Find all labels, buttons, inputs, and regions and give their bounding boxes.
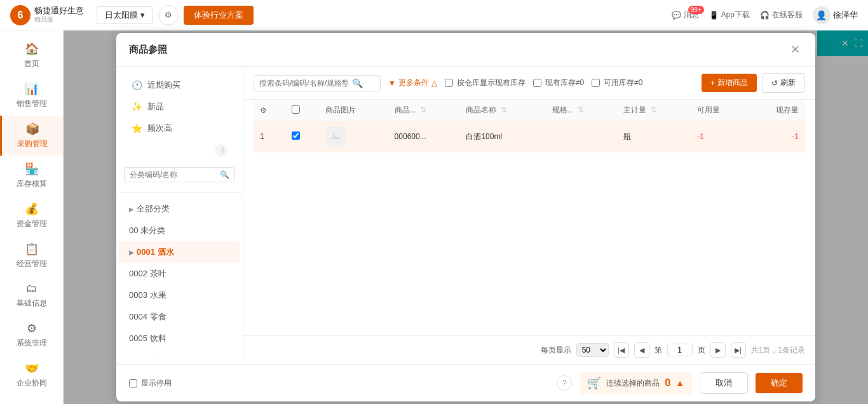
product-toolbar: 🔍 ▼ 更多条件 △ 按仓库显示现有库存: [243, 67, 815, 100]
non-zero-stock-label[interactable]: 现有库存≠0: [545, 77, 584, 88]
filter-icon: ▼: [388, 79, 396, 88]
branch-dropdown[interactable]: 日太阳膜 ▾: [97, 6, 153, 24]
app-download-button[interactable]: 📱 App下载: [709, 10, 750, 20]
sidebar-item-operations[interactable]: 📋 经营管理: [0, 236, 63, 276]
category-item-drink[interactable]: 0005 饮料: [119, 328, 240, 349]
new-product-button[interactable]: + 新增商品: [702, 74, 757, 92]
cell-checkbox[interactable]: [285, 121, 319, 152]
sidebar-item-basic-info[interactable]: 🗂 基础信息: [0, 276, 63, 315]
last-page-button[interactable]: ▶|: [731, 342, 746, 358]
category-item-water[interactable]: 0008 水: [119, 349, 240, 356]
col-settings[interactable]: ⚙: [254, 100, 285, 121]
sidebar-item-purchase[interactable]: 📦 采购管理: [0, 116, 63, 156]
cancel-button[interactable]: 取消: [700, 372, 748, 394]
col-checkbox: [285, 100, 319, 121]
trial-button[interactable]: 体验行业方案: [184, 6, 254, 25]
table-row[interactable]: 1 000600... 白酒100ml: [254, 121, 805, 152]
category-item-liquor[interactable]: ▶ 0001 酒水: [119, 241, 240, 263]
logo: 6 畅捷通好生意 精品版: [10, 5, 84, 25]
home-icon: 🏠: [25, 42, 39, 56]
modal-footer: 显示停用 ? 🛒 连续选择的商品 0 ▲ 取消 确定: [116, 364, 815, 401]
cell-name: 白酒100ml: [459, 121, 545, 152]
avatar: 👤: [813, 6, 831, 24]
cell-index: 1: [254, 121, 285, 152]
category-search-icon[interactable]: 🔍: [220, 170, 229, 179]
cart-collapse-icon[interactable]: ▲: [675, 378, 684, 388]
category-item-tea[interactable]: 0002 茶叶: [119, 263, 240, 285]
prev-page-button[interactable]: ◀: [634, 342, 649, 358]
sidebar-item-sales[interactable]: 📊 销售管理: [0, 76, 63, 116]
confirm-button[interactable]: 确定: [756, 373, 803, 393]
category-list: ▶ 全部分类 00 未分类 ▶ 0001 酒水 0002 茶: [116, 198, 243, 356]
help-button[interactable]: ?: [557, 375, 572, 391]
select-all-checkbox[interactable]: [292, 105, 300, 114]
page-input[interactable]: [667, 344, 693, 356]
user-menu[interactable]: 👤 徐泽华: [813, 6, 858, 24]
show-disabled-checkbox-group[interactable]: 显示停用: [129, 378, 172, 389]
messages-badge: 99+: [688, 6, 704, 14]
col-image: 商品图片: [319, 100, 388, 121]
category-item-all[interactable]: ▶ 全部分类: [119, 198, 240, 220]
system-icon: ⚙: [27, 321, 37, 335]
sidebar-item-enterprise[interactable]: 🤝 企业协同: [0, 355, 63, 395]
stock-filter-group: 按仓库显示现有库存: [445, 77, 526, 88]
svg-rect-0: [329, 130, 342, 143]
product-search-icon[interactable]: 🔍: [352, 78, 363, 88]
category-search-box: 🔍: [124, 167, 235, 182]
row-checkbox[interactable]: [292, 131, 300, 140]
sidebar-item-home[interactable]: 🏠 首页: [0, 36, 63, 76]
quick-link-frequent[interactable]: ⭐ 频次高: [124, 118, 235, 139]
page-size-select[interactable]: 50 20 100: [576, 343, 609, 357]
show-existing-stock-checkbox[interactable]: [445, 79, 453, 87]
non-zero-available-checkbox[interactable]: [592, 79, 600, 87]
modal-header: 商品参照 ✕: [116, 33, 815, 67]
modal-title: 商品参照: [129, 44, 167, 56]
show-existing-stock-label[interactable]: 按仓库显示现有库存: [457, 77, 526, 88]
quick-link-new[interactable]: ✨ 新品: [124, 96, 235, 118]
first-page-button[interactable]: |◀: [614, 342, 629, 358]
operations-icon: 📋: [25, 242, 39, 256]
sort-icon-code: ⇅: [420, 105, 426, 114]
col-stock: 现存量: [748, 100, 805, 121]
pagination: 每页显示 50 20 100 |◀ ◀ 第 页 ▶: [243, 335, 815, 364]
messages-button[interactable]: 💬 消息 99+: [672, 10, 699, 20]
divider: [116, 192, 243, 193]
category-item-snack[interactable]: 0004 零食: [119, 306, 240, 328]
page-label: 第: [654, 345, 662, 356]
settings-icon[interactable]: ⚙: [158, 5, 179, 25]
category-item-unclassified[interactable]: 00 未分类: [119, 220, 240, 241]
sidebar-item-finance[interactable]: 💰 资金管理: [0, 196, 63, 236]
non-zero-stock-checkbox[interactable]: [533, 79, 541, 87]
col-available: 可用量: [691, 100, 748, 121]
col-unit[interactable]: 主计量 ⇅: [617, 100, 691, 121]
refresh-button[interactable]: ↺ 刷新: [762, 73, 805, 93]
product-reference-modal: 商品参照 ✕ 🕐 近期购买 ✨ 新: [116, 33, 815, 401]
next-page-button[interactable]: ▶: [710, 342, 726, 358]
online-service-button[interactable]: 🎧 在线客服: [760, 10, 803, 20]
product-table-area: ⚙ 商品图片 商品... ⇅ 商品名称 ⇅ 规格... ⇅ 主计量 ⇅ 可用量: [243, 100, 815, 335]
sort-icon-unit: ⇅: [651, 105, 657, 114]
product-search-input[interactable]: [259, 79, 348, 88]
sidebar-item-guide[interactable]: 📖 新手引导: [0, 395, 63, 404]
col-code[interactable]: 商品... ⇅: [388, 100, 460, 121]
col-name[interactable]: 商品名称 ⇅: [459, 100, 545, 121]
category-search-input[interactable]: [130, 170, 217, 179]
show-disabled-label[interactable]: 显示停用: [141, 378, 172, 389]
guide-icon: 📖: [25, 401, 39, 404]
modal-close-button[interactable]: ✕: [787, 42, 803, 57]
continuous-select-label: 连续选择的商品: [606, 378, 660, 389]
collapse-left-panel-button[interactable]: 《: [215, 144, 227, 157]
sidebar-item-system[interactable]: ⚙ 系统管理: [0, 315, 63, 355]
non-zero-available-label[interactable]: 可用库存≠0: [604, 77, 642, 88]
category-item-fruit[interactable]: 0003 水果: [119, 285, 240, 306]
product-search-box: 🔍: [254, 75, 381, 91]
filter-button[interactable]: ▼ 更多条件 △: [388, 77, 437, 88]
col-spec[interactable]: 规格... ⇅: [546, 100, 618, 121]
cart-icon: 🛒: [587, 376, 601, 390]
cart-area[interactable]: 🛒 连续选择的商品 0 ▲: [580, 372, 692, 394]
quick-link-recent[interactable]: 🕐 近期购买: [124, 74, 235, 96]
chevron-up-icon: △: [431, 79, 437, 88]
logo-icon: 6: [10, 5, 31, 25]
show-disabled-checkbox[interactable]: [129, 379, 137, 387]
sidebar-item-inventory[interactable]: 🏪 库存核算: [0, 156, 63, 196]
